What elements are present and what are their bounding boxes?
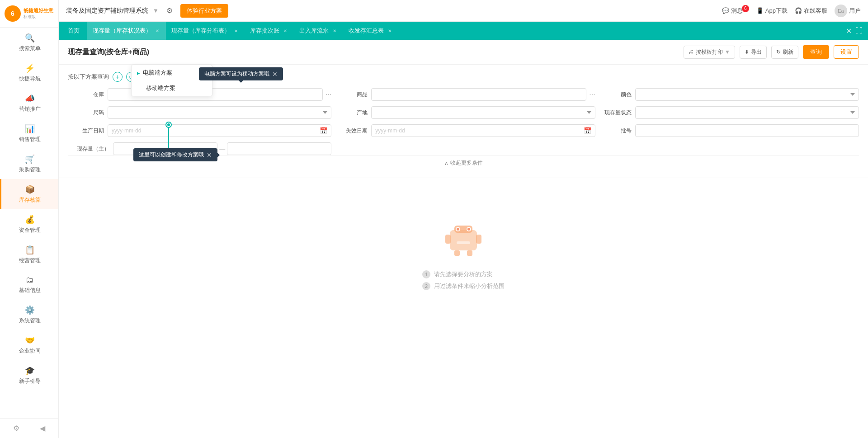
product-input[interactable] — [371, 88, 586, 101]
marketing-icon: 📣 — [25, 94, 35, 104]
filter-grid: 仓库 ··· 商品 ··· 颜色 — [77, 88, 859, 155]
query-button[interactable]: 查询 — [803, 45, 829, 59]
warehouse-label: 仓库 — [77, 91, 104, 99]
filter-row-batch: 批号 — [604, 124, 859, 137]
tab-close-1[interactable]: ✕ — [154, 28, 160, 34]
sidebar-item-marketing[interactable]: 📣 营销推广 — [0, 88, 58, 118]
dropdown-icon[interactable]: ▼ — [153, 7, 159, 14]
sidebar-item-guide[interactable]: 🎓 新手引导 — [0, 360, 58, 391]
page-area: 现存量查询(按仓库+商品) 🖨 按模板打印 ▼ ⬇ 导出 ↻ 刷新 — [59, 40, 868, 438]
page-content: 现存量查询(按仓库+商品) 🖨 按模板打印 ▼ ⬇ 导出 ↻ 刷新 — [59, 40, 868, 438]
scheme-item-mobile[interactable]: 移动端方案 — [132, 80, 212, 96]
tab-close-4[interactable]: ✕ — [331, 28, 338, 34]
quick-icon: ⚡ — [25, 63, 35, 73]
sidebar-item-search[interactable]: 🔍 搜索菜单 — [0, 28, 58, 58]
print-dropdown-icon: ▼ — [725, 49, 730, 55]
refresh-button[interactable]: ↻ 刷新 — [771, 46, 798, 59]
collapse-up-icon: ∧ — [444, 160, 448, 166]
stock-max-input[interactable] — [227, 142, 331, 155]
production-date-input[interactable]: yyyy-mm-dd 📅 — [108, 124, 331, 137]
empty-step-1: 1 请先选择要分析的方案 — [422, 268, 505, 280]
tab-inventory-distribution[interactable]: 现存量（库存分布表） ✕ — [166, 22, 245, 40]
print-button[interactable]: 🖨 按模板打印 ▼ — [684, 46, 735, 59]
sidebar-item-system[interactable]: ⚙️ 系统管理 — [0, 300, 58, 330]
support-action[interactable]: 🎧 在线客服 — [795, 7, 827, 15]
expiry-date-input[interactable]: yyyy-mm-dd 📅 — [371, 124, 595, 137]
sidebar-item-finance[interactable]: 💰 资金管理 — [0, 209, 58, 240]
tab-home[interactable]: 首页 — [61, 22, 87, 40]
tab-batch-account[interactable]: 库存批次账 ✕ — [245, 22, 294, 40]
top-header: 装备及固定资产辅助管理系统 ▼ ⚙ 体验行业方案 💬 消息 6 📱 App下载 … — [59, 0, 868, 22]
svg-rect-12 — [467, 250, 472, 256]
tab-close-3[interactable]: ✕ — [282, 28, 288, 34]
basic-icon: 🗂 — [26, 275, 34, 285]
headset-icon: 🎧 — [795, 7, 802, 14]
expiry-date-label: 失效日期 — [340, 127, 368, 135]
tooltip-create-close[interactable]: ✕ — [207, 151, 212, 159]
export-button[interactable]: ⬇ 导出 — [740, 46, 767, 59]
filter-row-production-date: 生产日期 yyyy-mm-dd 📅 — [77, 124, 331, 137]
tab-receipt-summary[interactable]: 收发存汇总表 ✕ — [343, 22, 398, 40]
product-dots[interactable]: ··· — [589, 90, 595, 99]
page-actions: 🖨 按模板打印 ▼ ⬇ 导出 ↻ 刷新 查询 设置 — [684, 45, 859, 59]
tab-inventory-status[interactable]: 现存量（库存状况表） ✕ — [87, 22, 166, 40]
message-action[interactable]: 💬 消息 6 — [722, 7, 749, 15]
header-left: 装备及固定资产辅助管理系统 ▼ ⚙ 体验行业方案 — [66, 4, 228, 18]
sidebar-item-operations[interactable]: 📋 经营管理 — [0, 240, 58, 270]
tab-close-2[interactable]: ✕ — [233, 28, 239, 34]
empty-state: 1 请先选择要分析的方案 2 用过滤条件来缩小分析范围 — [59, 178, 868, 328]
tooltip-desktop-close[interactable]: ✕ — [272, 71, 278, 78]
search-icon: 🔍 — [25, 33, 35, 43]
user-action[interactable]: Ea 用户 — [835, 5, 861, 17]
tab-bar: 首页 现存量（库存状况表） ✕ 现存量（库存分布表） ✕ 库存批次账 ✕ 出入库… — [59, 22, 868, 40]
tooltip-create-scheme: 这里可以创建和修改方案哦 ✕ — [133, 148, 217, 161]
filter-row-product: 商品 ··· — [340, 88, 595, 101]
empty-step-2: 2 用过滤条件来缩小分析范围 — [422, 280, 505, 292]
color-select[interactable] — [635, 88, 859, 101]
page-title: 现存量查询(按仓库+商品) — [68, 47, 149, 57]
production-date-calendar-icon[interactable]: 📅 — [320, 127, 327, 134]
tab-in-out-flow[interactable]: 出入库流水 ✕ — [294, 22, 343, 40]
tab-close-all-icon[interactable]: ✕ — [846, 27, 852, 35]
filter-add-button[interactable]: + — [113, 72, 123, 82]
svg-rect-8 — [457, 241, 470, 244]
origin-label: 产地 — [340, 109, 368, 117]
logo-text: 畅捷通好生意 — [24, 7, 53, 14]
tab-close-5[interactable]: ✕ — [387, 28, 393, 34]
origin-select[interactable] — [371, 106, 595, 119]
collapse-sidebar-icon[interactable]: ◀ — [40, 424, 45, 433]
expiry-date-calendar-icon[interactable]: 📅 — [584, 127, 591, 134]
warehouse-dots[interactable]: ··· — [326, 90, 331, 99]
dot-indicator — [166, 122, 171, 150]
stock-main-label: 现存量（主） — [77, 145, 109, 153]
main-area: 装备及固定资产辅助管理系统 ▼ ⚙ 体验行业方案 💬 消息 6 📱 App下载 … — [59, 0, 868, 438]
sidebar-item-inventory[interactable]: 📦 库存核算 — [0, 179, 58, 209]
batch-input[interactable] — [635, 124, 859, 137]
svg-rect-9 — [445, 235, 451, 244]
gear-settings-button[interactable]: ⚙ — [163, 5, 176, 17]
step-num-1: 1 — [422, 270, 430, 278]
size-label: 尺码 — [77, 109, 104, 117]
sidebar-item-sales[interactable]: 📊 销售管理 — [0, 118, 58, 149]
sidebar-item-purchase[interactable]: 🛒 采购管理 — [0, 149, 58, 179]
stock-status-select[interactable] — [635, 106, 859, 119]
experience-button[interactable]: 体验行业方案 — [180, 4, 228, 18]
logo-icon: 6 — [5, 5, 21, 22]
message-badge: 6 — [742, 5, 749, 12]
scheme-active-dot: ▸ — [137, 70, 140, 76]
svg-rect-2 — [450, 230, 477, 250]
sidebar-bottom: ⚙ ◀ — [0, 418, 58, 438]
operations-icon: 📋 — [25, 245, 35, 255]
tab-fullscreen-icon[interactable]: ⛶ — [855, 27, 863, 35]
sidebar-item-enterprise[interactable]: 🤝 企业协同 — [0, 330, 58, 360]
settings-bottom-icon[interactable]: ⚙ — [13, 424, 19, 433]
sidebar-item-basic[interactable]: 🗂 基础信息 — [0, 270, 58, 300]
header-right: 💬 消息 6 📱 App下载 🎧 在线客服 Ea 用户 — [722, 5, 861, 17]
sidebar-item-quick[interactable]: ⚡ 快捷导航 — [0, 58, 58, 88]
size-select[interactable] — [108, 106, 331, 119]
filter-header: 按以下方案查询 + ↺ « ▸ 电脑端方案 移动端方案 — [68, 72, 859, 82]
reset-button[interactable]: 设置 — [834, 45, 859, 59]
app-download-action[interactable]: 📱 App下载 — [756, 7, 788, 15]
tab-bar-actions: ✕ ⛶ — [846, 27, 866, 35]
filter-row-origin: 产地 — [340, 106, 595, 119]
